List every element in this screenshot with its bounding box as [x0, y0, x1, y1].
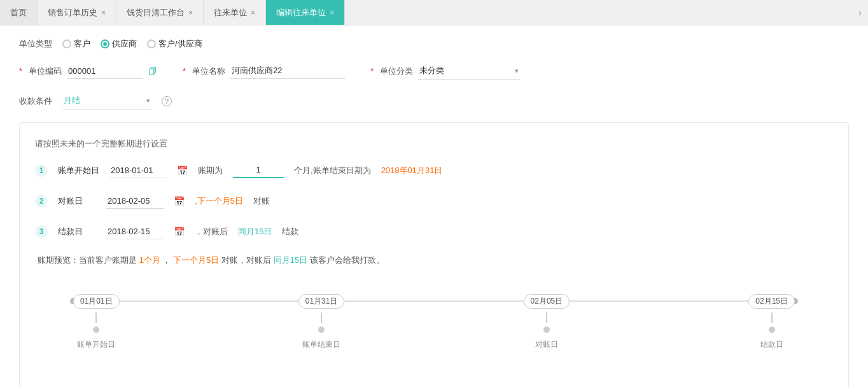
unit-class-label: 单位分类 — [380, 66, 413, 77]
payment-suffix: 结款 — [282, 226, 298, 237]
payment-condition-select[interactable]: 月结 ▾ — [62, 92, 151, 109]
unit-type-row: 单位类型 客户 供应商 客户/供应商 — [19, 38, 849, 50]
payment-date-input[interactable] — [106, 224, 164, 239]
timeline-point-3: 02月15日 结款日 — [748, 294, 795, 350]
tab-partner-unit[interactable]: 往来单位 × — [204, 0, 266, 25]
tab-cash-work[interactable]: 钱货日清工作台 × — [116, 0, 204, 25]
timeline: 01月01日 账单开始日 01月31日 账单结束日 02月05日 对账日 — [35, 281, 833, 376]
unit-type-label: 单位类型 — [19, 38, 52, 50]
radio-both-label: 客户/供应商 — [158, 38, 202, 50]
timeline-dot-3 — [769, 327, 775, 333]
radio-supplier-label: 供应商 — [112, 38, 137, 50]
setting-label-3: 结款日 — [58, 226, 96, 237]
setting-num-2: 2 — [35, 195, 48, 208]
end-date-highlight: 2018年01月31日 — [381, 165, 443, 176]
radio-customer-circle — [62, 39, 71, 48]
tab-partner-unit-close[interactable]: × — [251, 9, 255, 17]
unit-name-input[interactable] — [230, 64, 345, 79]
timeline-badge-1: 01月31日 — [298, 294, 345, 309]
start-date-cal-icon[interactable]: 📅 — [177, 165, 188, 176]
unit-class-select[interactable]: 未分类 ▾ — [418, 62, 520, 80]
timeline-badge-0: 01月01日 — [73, 294, 120, 309]
radio-customer-label: 客户 — [74, 38, 90, 50]
unit-class-group: * 单位分类 未分类 ▾ — [370, 62, 520, 80]
radio-supplier-circle — [101, 39, 109, 48]
unit-code-label: 单位编码 — [29, 66, 62, 77]
setting-label-1: 账单开始日 — [58, 165, 99, 176]
radio-both-circle — [147, 39, 156, 48]
period-input[interactable] — [233, 162, 284, 178]
reconcile-date-input[interactable] — [106, 194, 164, 209]
tab-cash-work-close[interactable]: × — [188, 9, 193, 17]
payment-prefix: ，对账后 — [195, 226, 228, 237]
reconcile-orange-text: ,下一个月5日 — [195, 195, 243, 207]
timeline-point-1: 01月31日 账单结束日 — [298, 294, 345, 350]
preview-mid1: ， — [162, 255, 171, 265]
preview-orange2: 下一个月5日 — [173, 255, 219, 265]
tab-home-label: 首页 — [10, 7, 27, 18]
settings-box: 请按照未来的一个完整帐期进行设置 1 账单开始日 📅 账期为 个月,账单结束日期… — [19, 122, 849, 387]
preview-text: 账期预览：当前客户账期是 1个月 ， 下一个月5日 对账，对账后 同月15日 该… — [35, 255, 833, 266]
unit-class-chevron: ▾ — [515, 67, 519, 75]
reconcile-suffix: 对账 — [253, 195, 270, 207]
payment-condition-value: 月结 — [64, 95, 80, 106]
timeline-connector-2 — [546, 313, 547, 323]
tab-edit-partner-label: 编辑往来单位 — [276, 7, 326, 18]
timeline-badge-2: 02月05日 — [524, 294, 570, 309]
reconcile-date-cal-icon[interactable]: 📅 — [174, 196, 185, 206]
setting-num-3: 3 — [35, 225, 48, 238]
start-date-input[interactable] — [109, 163, 167, 178]
timeline-point-2: 02月05日 对账日 — [524, 294, 570, 350]
settings-title: 请按照未来的一个完整帐期进行设置 — [35, 138, 833, 150]
unit-class-star: * — [370, 66, 374, 76]
radio-supplier[interactable]: 供应商 — [101, 38, 137, 50]
tab-sales-history-close[interactable]: × — [101, 9, 106, 17]
timeline-label-3: 结款日 — [760, 339, 783, 350]
unit-code-input[interactable] — [67, 64, 143, 79]
tab-scroll-right[interactable]: › — [852, 0, 868, 25]
preview-end: 该客户会给我打款。 — [310, 255, 384, 265]
tab-bar: 首页 销售订单历史 × 钱货日清工作台 × 往来单位 × 编辑往来单位 × › — [0, 0, 868, 25]
unit-name-star: * — [183, 66, 186, 76]
tab-edit-partner[interactable]: 编辑往来单位 × — [266, 0, 345, 25]
setting-row-2: 2 对账日 📅 ,下一个月5日 对账 — [35, 194, 833, 209]
unit-class-value: 未分类 — [419, 65, 444, 76]
timeline-connector-1 — [321, 313, 322, 323]
setting-row-1: 1 账单开始日 📅 账期为 个月,账单结束日期为 2018年01月31日 — [35, 162, 833, 178]
payment-date-cal-icon[interactable]: 📅 — [174, 227, 185, 237]
unit-code-group: * 单位编码 🗍 — [19, 64, 157, 79]
timeline-connector-0 — [95, 313, 97, 323]
setting-num-1: 1 — [35, 164, 48, 177]
unit-info-row: * 单位编码 🗍 * 单位名称 * 单位分类 未分类 ▾ — [19, 62, 849, 80]
main-content: 单位类型 客户 供应商 客户/供应商 * 单位编码 🗍 * 单位名称 — [0, 25, 868, 387]
tab-cash-work-label: 钱货日清工作台 — [127, 7, 185, 18]
payment-condition-chevron: ▾ — [146, 97, 150, 105]
tab-sales-history[interactable]: 销售订单历史 × — [38, 0, 116, 25]
radio-customer[interactable]: 客户 — [62, 38, 90, 50]
period-label: 账期为 — [198, 165, 223, 176]
unit-name-label: 单位名称 — [192, 66, 225, 77]
unit-type-radio-group: 客户 供应商 客户/供应商 — [62, 38, 202, 50]
unit-code-icon[interactable]: 🗍 — [148, 66, 157, 76]
payment-condition-row: 收款条件 月结 ▾ ? — [19, 92, 849, 109]
unit-name-group: * 单位名称 — [183, 64, 345, 79]
timeline-dot-1 — [318, 327, 325, 333]
timeline-badge-3: 02月15日 — [748, 294, 795, 309]
tab-edit-partner-close[interactable]: × — [330, 9, 334, 17]
payment-condition-label: 收款条件 — [19, 95, 52, 107]
setting-row-3: 3 结款日 📅 ，对账后 同月15日 结款 — [35, 224, 833, 239]
preview-mid2: 对账，对账后 — [221, 255, 271, 265]
unit-code-star: * — [19, 66, 22, 76]
preview-teal: 同月15日 — [274, 255, 307, 265]
payment-help-icon[interactable]: ? — [162, 96, 172, 106]
preview-orange1: 1个月 — [139, 255, 160, 265]
timeline-dot-0 — [93, 327, 99, 333]
setting-label-2: 对账日 — [58, 195, 96, 207]
timeline-point-0: 01月01日 账单开始日 — [73, 294, 120, 350]
radio-both[interactable]: 客户/供应商 — [147, 38, 202, 50]
tab-home[interactable]: 首页 — [0, 0, 38, 25]
tab-partner-unit-label: 往来单位 — [214, 7, 247, 18]
timeline-dot-2 — [543, 327, 550, 333]
payment-teal-text: 同月15日 — [238, 226, 272, 237]
timeline-label-1: 账单结束日 — [302, 339, 340, 350]
